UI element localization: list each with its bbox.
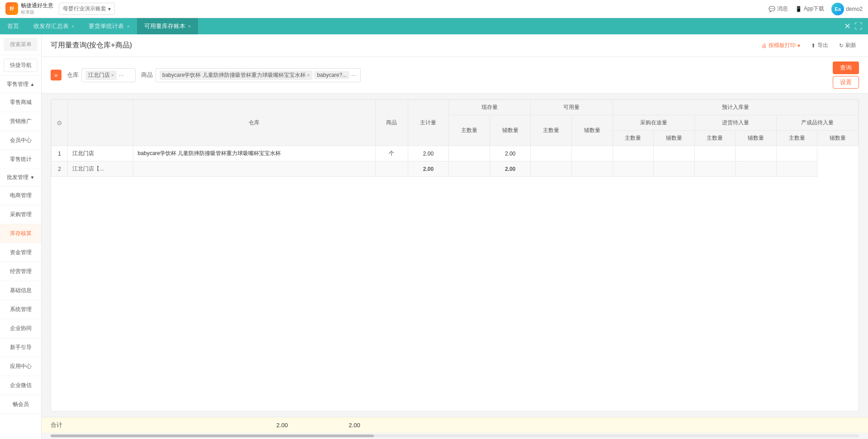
industry-label: 母婴行业演示账套 [63,5,106,13]
td-current-main: 2.00 [408,146,449,161]
product-tag-1-close[interactable]: × [307,72,310,78]
phone-icon: 📱 [795,6,802,12]
warehouse-input[interactable]: 江北门店 × ··· [81,68,136,82]
data-table: ⚙ 仓库 商品 主计量 现存量 可用量 预计入库量 主数量 辅数量 主数量 [51,99,859,177]
sidebar-label-marketing: 营销推广 [10,118,32,125]
warehouse-more-icon[interactable]: ··· [118,71,124,79]
product-field: 商品 babycare学饮杯 儿童防摔防撞吸管杯重力球吸嘴杯宝宝水杯 × bab… [141,68,361,82]
sidebar: 搜索菜单 快捷导航 零售管理 ▲ 零售商城 营销推广 会员中心 零售统计 批发管… [0,34,42,439]
group-purchase-main [571,161,613,177]
product-more-icon[interactable]: ··· [351,71,357,79]
query-btn[interactable]: 查询 [833,61,859,74]
group-prod-main [736,161,777,177]
quick-nav-btn[interactable]: 快捷导航 [4,59,38,72]
sidebar-item-enterprise[interactable]: 企业协同 [0,319,41,338]
logo-text-area: 畅捷通好生意 标准版 [21,2,53,15]
page-header: 可用量查询(按仓库+商品) 🖨 按模板打印 ▾ ⬆ 导出 ↻ 刷新 [42,34,868,57]
sidebar-item-operations[interactable]: 经营管理 [0,262,41,281]
sidebar-label-retail-mgmt: 零售管理 [7,80,28,88]
footer-label: 合计 [51,421,62,429]
group-avail-main: 2.00 [490,161,531,177]
sidebar-label-weixin: 企业微信 [10,382,32,389]
export-icon: ⬆ [811,42,816,49]
tab-order-label: 要货单统计表 [89,22,124,30]
th-inbound-sub: 辅数量 [736,131,777,146]
group-unit [376,161,408,177]
close-all-tabs-icon[interactable]: ✕ [844,21,851,31]
group-avail-sub [531,161,572,177]
tab-available-close[interactable]: × [188,24,191,29]
sidebar-label-ecommerce: 电商管理 [10,192,32,199]
top-bar-right: 💬 消息 📱 App下载 Ea demo2 [769,3,863,15]
app-download-btn[interactable]: 📱 App下载 [795,5,824,13]
td-row-index: 1 [52,146,68,161]
sidebar-item-retail-mgmt[interactable]: 零售管理 ▲ [0,76,41,93]
top-bar: 好 畅捷通好生意 标准版 母婴行业演示账套 ▾ 💬 消息 📱 App下载 Ea … [0,0,868,18]
message-label: 消息 [777,5,788,13]
sidebar-item-wholesale[interactable]: 批发管理 ▼ [0,169,41,186]
sidebar-item-vip[interactable]: 畅会员 [0,395,41,414]
user-area[interactable]: Ea demo2 [831,3,863,15]
sidebar-item-system[interactable]: 系统管理 [0,300,41,319]
tab-available[interactable]: 可用量库存账本 × [137,18,198,34]
footer-current-main: 2.00 [264,422,300,429]
tab-home-label: 首页 [7,22,19,30]
sidebar-item-ecommerce[interactable]: 电商管理 [0,186,41,205]
logo-area: 好 畅捷通好生意 标准版 [5,2,53,15]
td-inbound-main [654,146,695,161]
industry-selector[interactable]: 母婴行业演示账套 ▾ [59,3,115,15]
expand-icon[interactable]: ⛶ [854,22,863,31]
sidebar-item-marketing[interactable]: 营销推广 [0,112,41,131]
sidebar-item-purchase[interactable]: 采购管理 [0,205,41,224]
group-product [133,161,376,177]
sidebar-search-area: 搜索菜单 [0,34,41,55]
tab-order-close[interactable]: × [127,24,129,29]
product-input[interactable]: babycare学饮杯 儿童防摔防撞吸管杯重力球吸嘴杯宝宝水杯 × babyca… [156,68,361,82]
th-avail-main: 主数量 [531,115,572,146]
th-production-pending: 产成品待入量 [776,115,858,131]
th-current-stock: 现存量 [449,100,531,115]
avatar: Ea [831,3,844,15]
column-settings-icon[interactable]: ⚙ [57,119,62,127]
tab-receive-close[interactable]: × [71,24,74,29]
th-prod-main: 主数量 [776,131,817,146]
sidebar-item-basic[interactable]: 基础信息 [0,281,41,300]
sidebar-item-retail-stats[interactable]: 零售统计 [0,150,41,169]
sidebar-item-guide[interactable]: 新手引导 [0,338,41,357]
tab-order[interactable]: 要货单统计表 × [81,18,137,34]
footer-avail-main: 2.00 [336,422,373,429]
sidebar-item-inventory[interactable]: 库存核算 [0,224,41,243]
print-btn[interactable]: 🖨 按模板打印 ▾ [759,40,803,51]
sidebar-item-finance[interactable]: 资金管理 [0,243,41,262]
group-row: 2 江北门店【... 2.00 2.00 [52,161,859,177]
export-btn[interactable]: ⬆ 导出 [808,40,831,51]
settings-btn[interactable]: 设置 [833,76,859,89]
sidebar-item-retail-shop[interactable]: 零售商城 [0,93,41,112]
message-btn[interactable]: 💬 消息 [769,5,788,13]
td-inbound-sub [694,146,736,161]
sidebar-item-apps[interactable]: 应用中心 [0,357,41,376]
tab-receive[interactable]: 收发存汇总表 × [26,18,81,34]
warehouse-tag-value: 江北门店 [88,71,110,79]
refresh-btn[interactable]: ↻ 刷新 [836,40,859,51]
warehouse-tag-close[interactable]: × [111,72,114,78]
group-purchase-sub [613,161,654,177]
product-tag-2-value: babycare?... [317,72,347,78]
filter-actions: 查询 设置 [833,61,859,89]
print-label: 按模板打印 [769,42,796,49]
sidebar-label-apps: 应用中心 [10,363,32,370]
sidebar-item-member[interactable]: 会员中心 [0,131,41,150]
product-tag-2: babycare?... [314,71,349,79]
sidebar-label-wholesale: 批发管理 [7,174,28,181]
sidebar-item-weixin[interactable]: 企业微信 [0,376,41,395]
scroll-track[interactable] [51,434,859,437]
sidebar-nav-area: 快捷导航 [0,55,41,76]
tab-home[interactable]: 首页 [0,18,26,34]
chevron-down-icon-print: ▾ [797,42,800,49]
search-menu-btn[interactable]: 搜索菜单 [4,38,38,51]
filter-expand-btn[interactable]: » [51,70,61,80]
scroll-thumb[interactable] [51,434,374,437]
page-title: 可用量查询(按仓库+商品) [51,41,132,50]
sidebar-label-enterprise: 企业协同 [10,325,32,332]
th-prod-sub: 辅数量 [817,131,859,146]
